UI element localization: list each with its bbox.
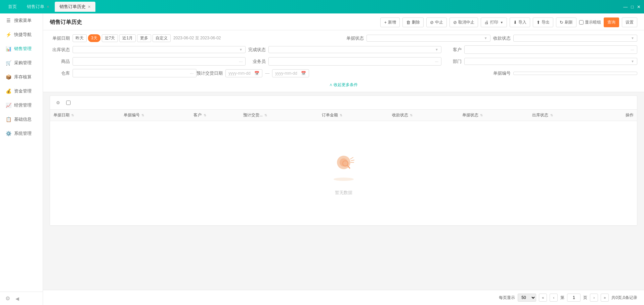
svg-line-5 xyxy=(350,157,353,159)
per-page-select[interactable]: 50 10 20 100 xyxy=(518,294,536,302)
dept-select[interactable]: ▼ xyxy=(464,58,637,65)
bill-number-input[interactable] xyxy=(513,72,637,75)
data-table: 单据日期 ⇅ 单据编号 ⇅ 客户 ⇅ xyxy=(50,110,637,226)
date-3days-btn[interactable]: 3天 xyxy=(88,34,100,42)
date-1month-btn[interactable]: 近1月 xyxy=(119,34,136,42)
date-yesterday-btn[interactable]: 昨天 xyxy=(73,34,87,42)
display-columns-checkbox[interactable]: 显示暗组 xyxy=(579,20,601,25)
delete-button[interactable]: 🗑 删除 xyxy=(402,17,424,27)
table-head: 单据日期 ⇅ 单据编号 ⇅ 客户 ⇅ xyxy=(50,110,637,121)
import-label: 导入 xyxy=(518,20,526,25)
next-page-button[interactable]: › xyxy=(590,294,598,302)
collapse-label: ∧ 收起更多条件 xyxy=(329,82,358,88)
complete-status-select[interactable]: ▼ xyxy=(268,46,441,53)
svg-point-0 xyxy=(334,178,354,181)
import-button[interactable]: ⬇ 导入 xyxy=(510,17,530,27)
col-number-label: 单据编号 xyxy=(124,113,140,117)
calendar-from-icon[interactable]: 📅 xyxy=(254,71,259,76)
collapse-row[interactable]: ∧ 收起更多条件 xyxy=(50,81,637,88)
sidebar-item-base-info[interactable]: 📋 基础信息 xyxy=(0,112,43,126)
col-bill-status[interactable]: 单据状态 ⇅ xyxy=(459,110,529,121)
sidebar-item-sys-mgmt-label: 系统管理 xyxy=(14,130,32,137)
cancel-stop-button[interactable]: ⊘ 取消中止 xyxy=(449,17,478,27)
add-button[interactable]: + 新增 xyxy=(380,17,400,27)
payment-status-select[interactable]: ▼ xyxy=(513,35,637,42)
filter-bill-status: 单据状态 ▼ xyxy=(344,35,490,42)
stop-icon: ⊘ xyxy=(430,20,434,25)
settings-button[interactable]: 设置 xyxy=(622,17,637,27)
col-date-label: 单据日期 xyxy=(53,113,70,117)
col-customer[interactable]: 客户 ⇅ xyxy=(190,110,240,121)
out-status-select[interactable]: ▼ xyxy=(73,46,246,53)
date-more-btn[interactable]: 更多 xyxy=(137,34,151,42)
payment-status-label: 收款状态 xyxy=(490,35,511,41)
sidebar-settings-icon[interactable]: ⚙ xyxy=(5,295,10,302)
bill-status-arrow: ▼ xyxy=(484,36,487,40)
filter-section: 单据日期 昨天 3天 近7天 xyxy=(43,30,644,92)
last-page-button[interactable]: » xyxy=(601,294,609,302)
sidebar-item-sales-mgmt[interactable]: 📊 销售管理 xyxy=(0,42,43,56)
col-payment-status[interactable]: 收款状态 ⇅ xyxy=(389,110,459,121)
customer-input[interactable]: ··· xyxy=(464,45,637,54)
display-columns-input[interactable] xyxy=(579,20,584,25)
page-title: 销售订单历史 xyxy=(50,19,82,26)
sidebar-collapse-icon[interactable]: ◀ xyxy=(15,296,19,301)
table-settings-button[interactable]: ⚙ xyxy=(53,98,63,107)
col-customer-label: 客户 xyxy=(194,113,202,117)
sidebar-item-operations[interactable]: 📈 经营管理 xyxy=(0,98,43,112)
minimize-icon[interactable]: — xyxy=(623,4,628,9)
main-layout: ☰ 搜索菜单 ⚡ 快捷导航 📊 销售管理 🛒 采购管理 📦 库存核算 💰 资金管… xyxy=(0,13,644,305)
col-date[interactable]: 单据日期 ⇅ xyxy=(50,110,120,121)
delivery-date-from[interactable]: yyyy-mm-dd 📅 xyxy=(225,69,262,77)
page-header: 销售订单历史 + 新增 🗑 删除 ⊘ 中止 ⊘ 取消中止 xyxy=(43,13,644,30)
stop-button[interactable]: ⊘ 中止 xyxy=(426,17,447,27)
filter-bill-number: 单据编号 xyxy=(490,70,637,76)
bill-status-label: 单据状态 xyxy=(344,35,364,41)
export-button[interactable]: ⬆ 导出 xyxy=(533,17,553,27)
maximize-icon[interactable]: □ xyxy=(631,4,634,9)
tab-home[interactable]: 首页 xyxy=(3,2,22,12)
col-operation-label: 操作 xyxy=(626,113,634,117)
prev-page-button[interactable]: ‹ xyxy=(550,294,558,302)
tab-sales-order[interactable]: 销售订单 ✕ xyxy=(22,2,54,12)
select-all-checkbox[interactable] xyxy=(66,101,71,105)
date-label: 单据日期 xyxy=(50,35,70,41)
sidebar-item-inventory[interactable]: 📦 库存核算 xyxy=(0,70,43,84)
col-amount[interactable]: 订单金额 ⇅ xyxy=(318,110,389,121)
close-window-icon[interactable]: ✕ xyxy=(637,4,641,9)
sidebar-item-quick-nav[interactable]: ⚡ 快捷导航 xyxy=(0,28,43,42)
page-input[interactable] xyxy=(567,294,581,302)
filter-row-1: 单据日期 昨天 3天 近7天 xyxy=(50,34,637,42)
sidebar-item-purchase-mgmt[interactable]: 🛒 采购管理 xyxy=(0,56,43,70)
col-out-status[interactable]: 出库状态 ⇅ xyxy=(529,110,599,121)
query-button[interactable]: 查询 xyxy=(604,17,619,27)
date-custom-btn[interactable]: 自定义 xyxy=(153,34,171,42)
payment-status-arrow: ▼ xyxy=(631,36,634,40)
refresh-button[interactable]: ↻ 刷新 xyxy=(556,17,576,27)
tab-sales-order-history[interactable]: 销售订单历史 ✕ xyxy=(55,2,95,12)
delivery-date-to-placeholder: yyyy-mm-dd xyxy=(275,71,297,76)
date-7days-btn[interactable]: 近7天 xyxy=(102,34,118,42)
out-status-label: 出库状态 xyxy=(50,47,70,53)
calendar-to-icon[interactable]: 📅 xyxy=(301,71,306,76)
sidebar-item-sys-mgmt[interactable]: ⚙️ 系统管理 xyxy=(0,126,43,141)
bill-status-select[interactable]: ▼ xyxy=(367,35,490,42)
warehouse-input[interactable]: ··· xyxy=(73,69,197,77)
print-button[interactable]: 🖨 打印 ▼ xyxy=(481,17,507,27)
product-input[interactable]: ··· xyxy=(73,57,246,66)
sidebar-item-finance[interactable]: 💰 资金管理 xyxy=(0,84,43,98)
tab-sales-order-close[interactable]: ✕ xyxy=(46,5,49,9)
col-delivery[interactable]: 预计交货... ⇅ xyxy=(240,110,318,121)
print-arrow-icon: ▼ xyxy=(500,21,503,24)
delivery-date-to[interactable]: yyyy-mm-dd 📅 xyxy=(272,69,309,77)
sidebar-item-search-menu[interactable]: ☰ 搜索菜单 xyxy=(0,13,43,28)
salesman-input[interactable]: ··· xyxy=(268,57,441,66)
inventory-icon: 📦 xyxy=(5,74,11,80)
tab-sales-order-history-close[interactable]: ✕ xyxy=(88,5,91,9)
col-customer-sort: ⇅ xyxy=(204,113,206,117)
customer-more-icon: ··· xyxy=(631,47,634,52)
first-page-button[interactable]: « xyxy=(539,294,547,302)
delivery-date-label: 预计交货日期 xyxy=(197,70,223,76)
product-label: 商品 xyxy=(50,59,70,65)
col-number[interactable]: 单据编号 ⇅ xyxy=(120,110,190,121)
